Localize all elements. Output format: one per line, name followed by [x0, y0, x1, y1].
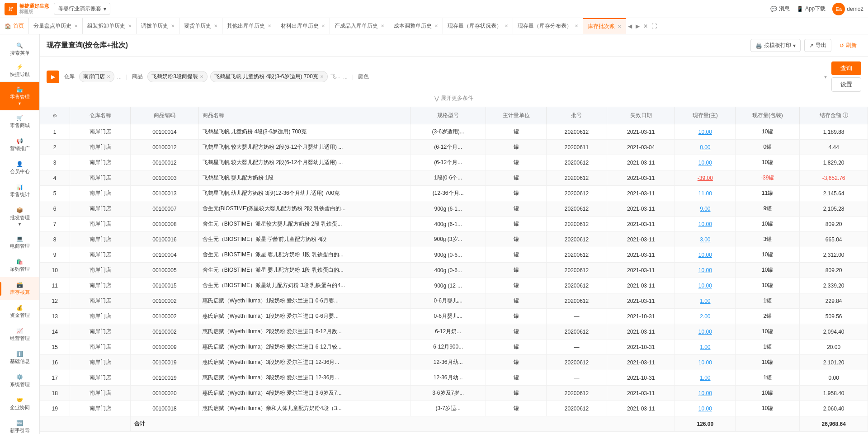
tab-yao-huo[interactable]: 要货单历史 ✕	[179, 18, 222, 34]
guide-icon: 🆕	[16, 420, 23, 426]
footer-empty2	[736, 416, 800, 432]
sidebar-item-inventory[interactable]: 🗃️ 库存核算	[0, 277, 39, 300]
sidebar-search[interactable]: 🔍 搜索英单	[0, 39, 39, 60]
template-print-button[interactable]: 🖨️ 按模板打印 ▾	[750, 39, 801, 52]
tab-nav-next[interactable]: ▶	[634, 23, 642, 29]
inventory-icon: 🗃️	[16, 282, 23, 288]
sidebar-item-basic[interactable]: ℹ️ 基础信息	[0, 346, 39, 369]
query-button[interactable]: 查询	[831, 61, 861, 75]
sidebar-item-retail-mgmt[interactable]: 🏪 零售管理 ▼	[0, 82, 39, 110]
tab-close-all[interactable]: ✕	[642, 23, 650, 29]
th-settings[interactable]: ⚙	[40, 107, 70, 124]
goods-tag-1-close[interactable]: ✕	[200, 74, 203, 79]
setting-button[interactable]: 设置	[831, 77, 861, 92]
tab-xian-cun1[interactable]: 现存量（库存状况表） ✕	[443, 18, 513, 34]
sidebar-item-marketing[interactable]: 📢 营销推广	[0, 133, 39, 156]
cell-qty[interactable]: 1.00	[675, 293, 736, 309]
cell-qty[interactable]: 10.00	[675, 263, 736, 278]
sidebar-item-operation[interactable]: 📈 经营管理	[0, 323, 39, 346]
cell-qty[interactable]: 11.00	[675, 186, 736, 201]
tab-xian-cun2[interactable]: 现存量（库存分布表） ✕	[513, 18, 583, 34]
cell-qty[interactable]: -39.00	[675, 170, 736, 186]
tab-nav-prev[interactable]: ◀	[626, 23, 634, 29]
tab-close-icon[interactable]: ✕	[505, 24, 508, 28]
expand-more-conditions[interactable]: ⋁ 展开更多条件	[47, 92, 861, 102]
tab-close-icon[interactable]: ✕	[434, 24, 438, 28]
cell-code: 00100019	[131, 370, 199, 386]
cell-qty[interactable]: 10.00	[675, 324, 736, 340]
cell-qty[interactable]: 2.00	[675, 309, 736, 324]
sidebar-item-member[interactable]: 👤 会员中心	[0, 156, 39, 179]
cell-qty[interactable]: 1.00	[675, 340, 736, 355]
tab-close-icon[interactable]: ✕	[575, 24, 578, 28]
tab-close-icon[interactable]: ✕	[381, 24, 384, 28]
cell-warehouse: 南岸门店	[70, 340, 131, 355]
app-download-action[interactable]: 📱 App下载	[797, 5, 826, 13]
filter-expand-button[interactable]: ▶	[47, 71, 59, 83]
sidebar-item-ecommerce[interactable]: 💻 电商管理	[0, 231, 39, 254]
th-name: 商品名称	[198, 107, 410, 124]
goods-more2[interactable]: ...	[343, 74, 348, 80]
tab-bar: 🏠 首页 分量盘点单历史 ✕ 组装拆卸单历史 ✕ 调拨单历史 ✕ 要货单历史 ✕…	[0, 18, 868, 34]
user-profile[interactable]: Ea demo2	[832, 3, 863, 15]
cell-qty[interactable]: 10.00	[675, 401, 736, 416]
warehouse-tag[interactable]: 南岸门店 ✕	[79, 71, 114, 82]
sidebar-item-guide[interactable]: 🆕 新手引导	[0, 415, 39, 434]
tab-close-icon[interactable]: ✕	[321, 24, 325, 28]
tab-qi-ta[interactable]: 其他出库单历史 ✕	[222, 18, 276, 34]
message-action[interactable]: 💬 消息	[770, 5, 790, 13]
sidebar-item-enterprise[interactable]: 🤝 企业协同	[0, 392, 39, 415]
tab-chan-pin[interactable]: 产成品入库单历史 ✕	[330, 18, 389, 34]
color-dropdown-icon[interactable]: ▾	[824, 74, 827, 80]
tab-close-icon[interactable]: ✕	[214, 24, 217, 28]
expand-more-label: 展开更多条件	[441, 94, 473, 102]
cell-qty[interactable]: 1.00	[675, 370, 736, 386]
warehouse-tag-close[interactable]: ✕	[107, 74, 110, 79]
sidebar-item-retail-stats[interactable]: 📊 零售统计	[0, 179, 39, 203]
cell-batch: 20200612	[547, 124, 607, 140]
tab-close-icon[interactable]: ✕	[128, 24, 132, 28]
cell-spec: 6-12月奶...	[410, 324, 486, 340]
cell-qty[interactable]: 9.00	[675, 201, 736, 217]
cell-no: 5	[40, 186, 70, 201]
goods-tag-1[interactable]: 飞鹤奶粉3段两提装 ✕	[147, 71, 208, 82]
sidebar-item-wholesale[interactable]: 📦 批发管理 ▼	[0, 203, 39, 231]
tab-zu-chai[interactable]: 组装拆卸单历史 ✕	[83, 18, 137, 34]
tab-fen-pan[interactable]: 分量盘点单历史 ✕	[29, 18, 83, 34]
tab-home[interactable]: 🏠 首页	[0, 18, 29, 34]
quick-nav[interactable]: ⚡ 快捷导航	[0, 60, 39, 82]
goods-tag-2[interactable]: 飞鹤星飞帆 儿童奶粉 4段(3-6岁适用) 700克 ✕	[210, 71, 328, 82]
tab-pi-ci[interactable]: 库存批次账 ✕	[583, 18, 626, 34]
tab-close-icon[interactable]: ✕	[171, 24, 175, 28]
tab-cheng-ben[interactable]: 成本调整单历史 ✕	[389, 18, 443, 34]
cell-qty[interactable]: 10.00	[675, 386, 736, 401]
tab-close-icon[interactable]: ✕	[618, 24, 621, 29]
cell-qty[interactable]: 10.00	[675, 278, 736, 293]
account-selector[interactable]: 母婴行业演示账套 ▾	[54, 3, 110, 15]
cell-qty[interactable]: 0.00	[675, 140, 736, 155]
cell-qty[interactable]: 10.00	[675, 355, 736, 370]
cell-pkg: 1罐	[736, 370, 800, 386]
warehouse-more[interactable]: ...	[117, 74, 122, 80]
refresh-button[interactable]: ↺ 刷新	[835, 39, 861, 52]
sidebar-item-purchase[interactable]: 🛍️ 采购管理	[0, 254, 39, 277]
sidebar-item-retail-mall[interactable]: 🛒 零售商城	[0, 110, 39, 133]
settings-icon[interactable]: ⚙	[52, 113, 57, 119]
cell-qty[interactable]: 10.00	[675, 217, 736, 232]
cell-qty[interactable]: 3.00	[675, 232, 736, 247]
goods-tag-2-close[interactable]: ✕	[320, 74, 324, 79]
tab-close-icon[interactable]: ✕	[74, 24, 78, 28]
tab-maximize[interactable]: ⛶	[650, 23, 659, 29]
tab-tiao-bo[interactable]: 调拨单历史 ✕	[137, 18, 179, 34]
goods-more[interactable]: 飞...	[330, 73, 340, 80]
tab-close-icon[interactable]: ✕	[268, 24, 271, 28]
basic-label: 基础信息	[10, 358, 30, 365]
cell-qty[interactable]: 10.00	[675, 155, 736, 170]
cell-qty[interactable]: 10.00	[675, 247, 736, 263]
sidebar-item-finance[interactable]: 💰 资金管理	[0, 300, 39, 323]
sidebar-item-system[interactable]: ⚙️ 系统管理	[0, 369, 39, 392]
export-button[interactable]: ↗ 导出	[804, 39, 831, 52]
cell-batch: 20200612	[547, 355, 607, 370]
cell-qty[interactable]: 10.00	[675, 124, 736, 140]
tab-cai-liao[interactable]: 材料出库单历史 ✕	[276, 18, 330, 34]
